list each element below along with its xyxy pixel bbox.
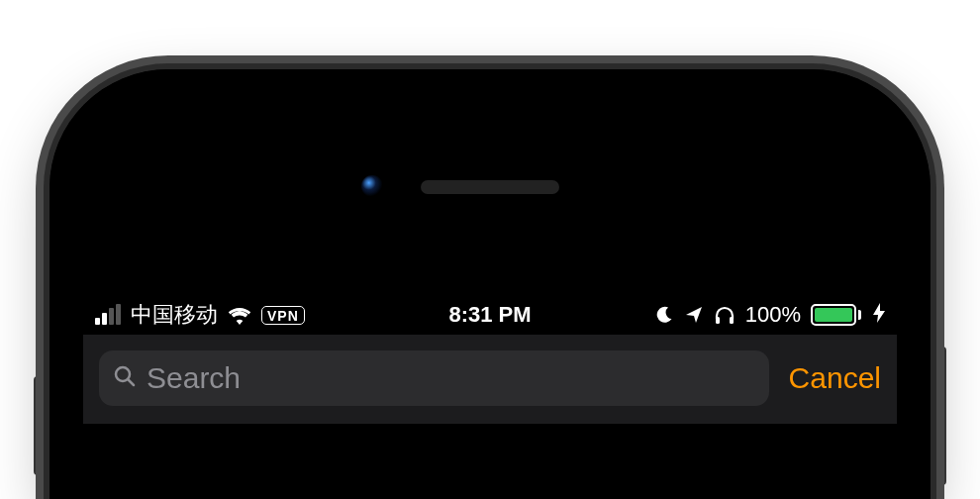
vpn-badge: VPN: [261, 306, 305, 325]
magnifying-glass-icon: [113, 364, 137, 392]
iphone-frame: 中国移动 VPN 8:31 PM 100%: [49, 69, 931, 499]
earpiece-speaker: [421, 180, 559, 194]
svg-line-3: [129, 380, 135, 386]
power-button: [936, 347, 946, 485]
volume-button: [34, 376, 44, 475]
signal-bars-icon: [95, 305, 121, 325]
status-bar: 中国移动 VPN 8:31 PM 100%: [83, 295, 897, 335]
wifi-icon: [228, 305, 251, 325]
search-field[interactable]: [99, 350, 769, 406]
status-bar-right: 100%: [654, 302, 885, 328]
battery-percent-label: 100%: [745, 302, 801, 328]
search-bar-row: Cancel: [83, 335, 897, 424]
cancel-button[interactable]: Cancel: [789, 361, 881, 395]
svg-rect-0: [716, 317, 720, 324]
carrier-label: 中国移动: [131, 300, 218, 330]
screen: 中国移动 VPN 8:31 PM 100%: [83, 295, 897, 499]
charging-bolt-icon: [873, 303, 885, 328]
headphones-icon: [714, 304, 735, 326]
status-bar-left: 中国移动 VPN: [95, 300, 305, 330]
battery-icon: [811, 304, 861, 326]
location-arrow-icon: [684, 305, 704, 325]
svg-rect-1: [730, 317, 734, 324]
search-input[interactable]: [147, 361, 755, 395]
content-area: [83, 424, 897, 499]
front-camera: [361, 175, 383, 197]
moon-icon: [654, 305, 674, 325]
